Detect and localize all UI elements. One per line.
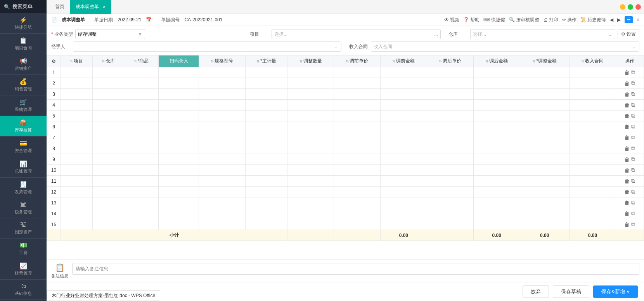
cell-project[interactable] <box>61 78 93 89</box>
window-maximize-button[interactable] <box>628 4 633 10</box>
sidebar-item-invoice[interactable]: 🧾 发票管理 <box>0 178 47 198</box>
cell-warehouse[interactable] <box>92 100 124 111</box>
delete-icon[interactable]: 🗑 <box>624 156 630 163</box>
cell-income-contract[interactable] <box>569 67 616 78</box>
cell-scan[interactable] <box>159 187 199 197</box>
help-action[interactable]: ❓ 帮助 <box>463 17 480 23</box>
notes-input[interactable] <box>72 263 639 275</box>
copy-icon[interactable]: ⧉ <box>631 178 635 184</box>
cell-unit[interactable] <box>245 111 287 121</box>
cell-project[interactable] <box>61 100 93 111</box>
cell-before-unit-price[interactable] <box>334 111 380 121</box>
cell-scan[interactable] <box>159 176 199 187</box>
business-type-select[interactable]: 结存调整 ▼ <box>75 29 145 39</box>
cell-after-unit-price[interactable] <box>427 121 473 132</box>
cell-income-contract[interactable] <box>569 197 616 208</box>
cell-spec[interactable] <box>199 78 245 89</box>
cell-adjust-qty[interactable] <box>287 197 334 208</box>
cell-unit[interactable] <box>245 165 287 176</box>
cell-product[interactable] <box>124 187 159 197</box>
cell-after-amount[interactable] <box>473 219 520 230</box>
cell-product[interactable] <box>124 154 159 165</box>
copy-icon[interactable]: ⧉ <box>631 167 635 173</box>
cell-income-contract[interactable] <box>569 208 616 219</box>
delete-icon[interactable]: 🗑 <box>624 80 630 86</box>
cell-warehouse[interactable] <box>92 67 124 78</box>
cell-adjust-qty[interactable] <box>287 67 334 78</box>
sidebar-item-purchase[interactable]: 🛒 采购管理 <box>0 95 47 116</box>
delete-icon[interactable]: 🗑 <box>624 102 630 108</box>
cell-adjust-amount[interactable] <box>520 132 569 143</box>
cell-adjust-qty[interactable] <box>287 187 334 197</box>
view-action[interactable]: 👁 视频 <box>444 17 459 23</box>
cell-spec[interactable] <box>199 219 245 230</box>
copy-icon[interactable]: ⧉ <box>631 156 635 163</box>
cell-adjust-qty[interactable] <box>287 89 334 100</box>
cell-adjust-amount[interactable] <box>520 78 569 89</box>
cell-scan[interactable] <box>159 67 199 78</box>
cell-project[interactable] <box>61 121 93 132</box>
cell-scan[interactable] <box>159 121 199 132</box>
delete-icon[interactable]: 🗑 <box>624 211 630 217</box>
delete-icon[interactable]: 🗑 <box>624 167 630 173</box>
cell-after-amount[interactable] <box>473 132 520 143</box>
cell-adjust-qty[interactable] <box>287 208 334 219</box>
cell-before-unit-price[interactable] <box>334 67 380 78</box>
delete-icon[interactable]: 🗑 <box>624 91 630 97</box>
cell-after-unit-price[interactable] <box>427 165 473 176</box>
cell-income-contract[interactable] <box>569 78 616 89</box>
copy-icon[interactable]: ⧉ <box>631 91 635 97</box>
cell-spec[interactable] <box>199 208 245 219</box>
cell-before-unit-price[interactable] <box>334 78 380 89</box>
cell-product[interactable] <box>124 208 159 219</box>
cell-warehouse[interactable] <box>92 219 124 230</box>
cell-unit[interactable] <box>245 132 287 143</box>
cell-scan[interactable] <box>159 165 199 176</box>
sidebar-item-assets[interactable]: 🏗 固定资产 <box>0 218 47 239</box>
cell-scan[interactable] <box>159 219 199 230</box>
cell-adjust-amount[interactable] <box>520 111 569 121</box>
cell-after-amount[interactable] <box>473 111 520 121</box>
cell-before-unit-price[interactable] <box>334 89 380 100</box>
prev-action[interactable]: ◀ <box>610 17 613 22</box>
cell-income-contract[interactable] <box>569 219 616 230</box>
cell-spec[interactable] <box>199 132 245 143</box>
cell-unit[interactable] <box>245 219 287 230</box>
review-action[interactable]: 🔍 按审核调整 <box>509 17 539 23</box>
cell-adjust-qty[interactable] <box>287 121 334 132</box>
delete-icon[interactable]: 🗑 <box>624 69 630 76</box>
cell-warehouse[interactable] <box>92 154 124 165</box>
cell-product[interactable] <box>124 219 159 230</box>
delete-icon[interactable]: 🗑 <box>624 200 630 206</box>
cell-before-unit-price[interactable] <box>334 165 380 176</box>
warehouse-input[interactable]: 选择... ... <box>470 29 615 39</box>
cell-after-unit-price[interactable] <box>427 132 473 143</box>
cell-adjust-qty[interactable] <box>287 132 334 143</box>
sidebar-item-tax[interactable]: 🏛 税务管理 <box>0 198 47 218</box>
cell-adjust-amount[interactable] <box>520 89 569 100</box>
sidebar-search-label[interactable]: 搜索菜单 <box>12 3 33 10</box>
cell-unit[interactable] <box>245 187 287 197</box>
cell-warehouse[interactable] <box>92 78 124 89</box>
delete-icon[interactable]: 🗑 <box>624 135 630 141</box>
cell-adjust-amount[interactable] <box>520 187 569 197</box>
cell-after-unit-price[interactable] <box>427 154 473 165</box>
cell-spec[interactable] <box>199 176 245 187</box>
cell-scan[interactable] <box>159 89 199 100</box>
cell-spec[interactable] <box>199 143 245 154</box>
cell-after-amount[interactable] <box>473 208 520 219</box>
handler-input[interactable]: ... <box>73 42 341 52</box>
cell-income-contract[interactable] <box>569 165 616 176</box>
project-input[interactable]: 选择... ... <box>272 29 441 39</box>
cell-product[interactable] <box>124 78 159 89</box>
sidebar-item-inventory[interactable]: 📦 库存核算 <box>0 116 47 137</box>
cell-product[interactable] <box>124 111 159 121</box>
cell-before-amount[interactable] <box>380 219 427 230</box>
cell-before-unit-price[interactable] <box>334 187 380 197</box>
cell-warehouse[interactable] <box>92 89 124 100</box>
cell-adjust-qty[interactable] <box>287 111 334 121</box>
next-action[interactable]: ▶ <box>617 17 621 22</box>
copy-icon[interactable]: ⧉ <box>631 123 635 130</box>
cell-before-amount[interactable] <box>380 111 427 121</box>
save-new-button[interactable]: 保存&新增 ∨ <box>593 285 638 298</box>
